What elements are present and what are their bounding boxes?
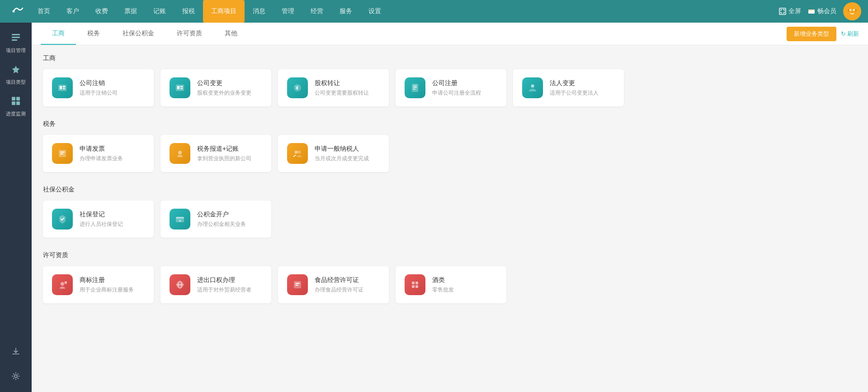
vip-btn[interactable]: 畅会员 (808, 7, 836, 15)
card-tax-report[interactable]: 税务报道+记账 拿到营业执照的新公司 (160, 135, 271, 172)
sidebar-bottom (0, 340, 32, 387)
svg-marker-11 (12, 66, 20, 73)
svg-rect-9 (12, 37, 20, 38)
card-provident-fund-title: 公积金开户 (197, 210, 262, 219)
svg-rect-29 (413, 87, 417, 88)
invoice-apply-icon (52, 143, 73, 164)
nav-fee[interactable]: 收费 (87, 0, 116, 23)
tab-shebao[interactable]: 社保公积金 (111, 23, 165, 45)
equity-transfer-icon: ¥ (287, 77, 308, 98)
fullscreen-btn[interactable]: 全屏 (779, 7, 801, 15)
card-import-export-desc: 适用于对外贸易经营者 (197, 286, 262, 294)
nav-business[interactable]: 工商项目 (203, 0, 245, 23)
tab-gongshang[interactable]: 工商 (41, 23, 76, 45)
card-provident-fund[interactable]: 公积金开户 办理公积金相关业务 (160, 201, 271, 238)
svg-rect-49 (295, 283, 300, 284)
xuke-cards: R 商标注册 用于企业商标注册服务 (43, 266, 857, 303)
svg-rect-12 (12, 97, 15, 100)
card-social-insurance[interactable]: 社保登记 进行人员社保登记 (43, 201, 154, 238)
refresh-button[interactable]: ↻ 刷新 (841, 30, 859, 38)
tab-shuiwu[interactable]: 税务 (76, 23, 111, 45)
refresh-label: 刷新 (847, 30, 859, 38)
svg-point-6 (848, 9, 849, 12)
card-legal-change[interactable]: 法人变更 适用于公司变更法人 (513, 69, 624, 106)
card-invoice-apply[interactable]: 申请发票 办理申请发票业务 (43, 135, 154, 172)
nav-settings[interactable]: 设置 (360, 0, 389, 23)
nav-bill[interactable]: 票据 (116, 0, 145, 23)
card-alcohol[interactable]: 酒类 零售批发 (396, 266, 506, 303)
card-invoice-apply-desc: 办理申请发票业务 (80, 155, 145, 163)
scroll-content[interactable]: 工商 公司注销 适用于注销公司 (32, 45, 868, 392)
main-layout: 项目管理 项目类型 进度监测 (0, 23, 868, 392)
card-invoice-apply-title: 申请发票 (80, 145, 145, 153)
mascot-avatar (843, 2, 861, 20)
svg-point-37 (295, 151, 298, 154)
food-license-icon (287, 274, 308, 295)
sidebar-settings-btn[interactable] (0, 365, 32, 387)
svg-rect-28 (413, 86, 417, 86)
vip-label: 畅会员 (817, 7, 836, 15)
card-social-insurance-title: 社保登记 (80, 210, 145, 219)
import-export-icon (170, 274, 190, 295)
svg-rect-52 (415, 282, 418, 284)
card-import-export[interactable]: 进出口权办理 适用于对外贸易经营者 (160, 266, 271, 303)
card-company-cancel[interactable]: 公司注销 适用于注销公司 (43, 69, 154, 106)
card-company-register[interactable]: 公司注册 申请公司注册全流程 (396, 69, 506, 106)
tabs: 工商 税务 社保公积金 许可资质 其他 (41, 23, 249, 45)
tab-other[interactable]: 其他 (213, 23, 249, 45)
new-type-button[interactable]: 新增业务类型 (787, 27, 836, 41)
svg-rect-40 (176, 217, 184, 219)
svg-point-41 (179, 220, 181, 222)
section-gongshang-title: 工商 (43, 54, 857, 62)
card-tax-report-desc: 拿到营业执照的新公司 (197, 155, 262, 163)
general-tax-icon (287, 143, 308, 164)
svg-rect-51 (412, 282, 415, 284)
svg-rect-18 (60, 86, 62, 89)
company-change-icon (170, 77, 190, 98)
card-invoice-apply-text: 申请发票 办理申请发票业务 (80, 145, 145, 163)
svg-text:R: R (65, 281, 67, 284)
sidebar-item-project-manage[interactable]: 项目管理 (0, 27, 32, 59)
svg-rect-14 (12, 101, 15, 105)
tab-xuke[interactable]: 许可资质 (165, 23, 213, 45)
section-xuke-title: 许可资质 (43, 251, 857, 259)
sidebar-item-progress[interactable]: 进度监测 (0, 91, 32, 122)
card-equity-transfer-title: 股权转让 (315, 79, 380, 87)
card-tax-report-text: 税务报道+记账 拿到营业执照的新公司 (197, 145, 262, 163)
sidebar-item-project-type[interactable]: 项目类型 (0, 59, 32, 91)
nav-operation[interactable]: 经营 (302, 0, 331, 23)
nav-manage[interactable]: 管理 (274, 0, 302, 23)
nav-message[interactable]: 消息 (245, 0, 274, 23)
svg-rect-35 (60, 153, 63, 154)
card-alcohol-desc: 零售批发 (432, 286, 497, 294)
svg-point-0 (13, 10, 15, 13)
nav-home[interactable]: 首页 (29, 0, 58, 23)
legal-change-icon (522, 77, 543, 98)
trademark-icon: R (52, 274, 73, 295)
nav-tax[interactable]: 报税 (174, 0, 203, 23)
svg-rect-17 (58, 85, 66, 91)
card-social-insurance-desc: 进行人员社保登记 (80, 220, 145, 228)
card-provident-fund-text: 公积金开户 办理公积金相关业务 (197, 210, 262, 228)
card-general-tax-title: 申请一般纳税人 (315, 145, 380, 153)
svg-point-32 (531, 85, 534, 87)
card-company-change[interactable]: 公司变更 股权变更外的业务变更 (160, 69, 271, 106)
card-company-cancel-text: 公司注销 适用于注销公司 (80, 79, 145, 97)
social-insurance-icon (52, 209, 73, 229)
nav-service[interactable]: 服务 (331, 0, 360, 23)
project-manage-icon (11, 33, 21, 45)
card-food-license-title: 食品经营许可证 (315, 276, 380, 284)
nav-bookkeeping[interactable]: 记账 (145, 0, 174, 23)
card-trademark[interactable]: R 商标注册 用于企业商标注册服务 (43, 266, 154, 303)
progress-icon (11, 96, 21, 108)
svg-rect-30 (413, 89, 415, 90)
nav-customer[interactable]: 客户 (58, 0, 87, 23)
svg-rect-15 (16, 101, 20, 105)
sidebar-download-btn[interactable] (0, 340, 32, 363)
card-company-change-title: 公司变更 (197, 79, 262, 87)
card-equity-transfer-text: 股权转让 公司变更需要股权转让 (315, 79, 380, 97)
card-equity-transfer[interactable]: ¥ 股权转让 公司变更需要股权转让 (278, 69, 389, 106)
card-food-license[interactable]: 食品经营许可证 办理食品经营许可证 (278, 266, 389, 303)
card-general-tax[interactable]: 申请一般纳税人 当月或次月成变更完成 (278, 135, 389, 172)
card-company-register-text: 公司注册 申请公司注册全流程 (432, 79, 497, 97)
